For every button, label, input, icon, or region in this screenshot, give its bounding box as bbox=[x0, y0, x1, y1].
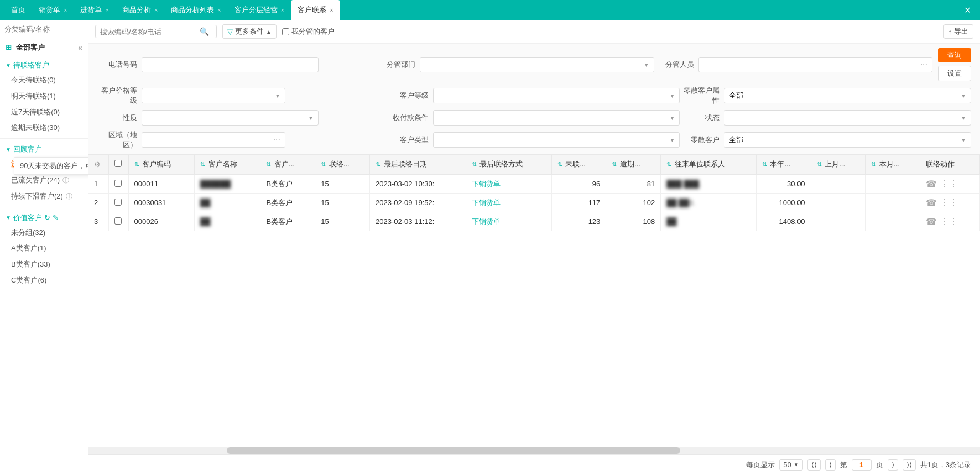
sidebar-search-input[interactable] bbox=[4, 25, 88, 33]
td-this-month-1 bbox=[866, 174, 920, 194]
close-tab-sales[interactable]: × bbox=[64, 7, 67, 13]
tab-customer-contact[interactable]: 客户联系 × bbox=[291, 0, 340, 20]
tab-customer-layer[interactable]: 客户分层经营 × bbox=[228, 0, 291, 20]
sidebar-section-review[interactable]: ▼ 回顾客户 bbox=[0, 141, 88, 156]
dept-select[interactable]: ▼ bbox=[420, 57, 654, 72]
table-row: 3 000026 ██ B类客户 15 2023-02-03 11:12: 下销… bbox=[88, 212, 980, 231]
td-name-2: ██ bbox=[194, 194, 260, 212]
method-link-2[interactable]: 下销货单 bbox=[472, 199, 501, 207]
page-label: 第 bbox=[840, 460, 847, 470]
td-actions-1: ☎ ⋮⋮ bbox=[920, 174, 980, 194]
sidebar-section-value[interactable]: ▼ 价值客户 ↻ ✎ bbox=[0, 210, 88, 225]
sidebar-item-a-class[interactable]: A类客户(1) bbox=[0, 241, 88, 257]
page-input[interactable] bbox=[852, 459, 872, 471]
price-level-select[interactable]: ▼ bbox=[142, 88, 285, 103]
status-select[interactable]: ▼ bbox=[724, 110, 971, 126]
sidebar-item-c-class[interactable]: C类客户(6) bbox=[0, 273, 88, 289]
sidebar-item-today[interactable]: 今天待联络(0) bbox=[0, 72, 88, 88]
method-link-3[interactable]: 下销货单 bbox=[472, 217, 501, 226]
my-customers-checkbox[interactable] bbox=[282, 28, 289, 35]
tab-home[interactable]: 首页 bbox=[4, 0, 32, 20]
phone-input[interactable] bbox=[142, 57, 319, 72]
page-prev-button[interactable]: ⟨ bbox=[825, 459, 836, 471]
page-first-button[interactable]: ⟨⟨ bbox=[807, 459, 821, 471]
th-last-contact-method: 最后联络方式 bbox=[466, 155, 551, 174]
per-page-select[interactable]: 50 ▼ bbox=[779, 459, 802, 471]
scrollbar-thumb[interactable] bbox=[227, 447, 680, 454]
sidebar-item-7days[interactable]: 近7天待联络(0) bbox=[0, 105, 88, 121]
customer-level-select[interactable]: ▼ bbox=[433, 88, 680, 103]
close-tab-analysis-list[interactable]: × bbox=[217, 7, 221, 13]
sidebar-root-item[interactable]: ⊞ 全部客户 « bbox=[0, 38, 88, 57]
sidebar-item-declining[interactable]: 持续下滑客户(2) ⓘ bbox=[0, 189, 88, 205]
td-actions-3: ☎ ⋮⋮ bbox=[920, 212, 980, 231]
payment-select[interactable]: ▼ bbox=[433, 110, 680, 126]
more-actions-icon-3[interactable]: ⋮⋮ bbox=[940, 216, 958, 227]
per-page-label: 每页显示 bbox=[746, 460, 775, 470]
sidebar-section-pending[interactable]: ▼ 待联络客户 bbox=[0, 57, 88, 72]
tab-sales[interactable]: 销货单 × bbox=[32, 0, 74, 20]
staff-select[interactable]: ··· bbox=[698, 57, 932, 72]
more-conditions-caret: ▲ bbox=[266, 29, 272, 35]
query-button[interactable]: 查询 bbox=[938, 48, 971, 62]
nature-select[interactable]: ▼ bbox=[142, 110, 319, 126]
zero-attr-field: 零散客户属性 全部 ▼ bbox=[680, 86, 971, 106]
export-button[interactable]: ↑ 导出 bbox=[943, 24, 974, 39]
window-close-button[interactable]: ✕ bbox=[960, 5, 976, 15]
row-checkbox-1[interactable] bbox=[114, 180, 122, 187]
region-more-dots[interactable]: ··· bbox=[273, 135, 280, 145]
method-link-1[interactable]: 下销货单 bbox=[472, 180, 501, 188]
search-input[interactable] bbox=[100, 28, 200, 36]
td-actions-2: ☎ ⋮⋮ bbox=[920, 194, 980, 212]
td-checkbox-2 bbox=[108, 194, 128, 212]
search-icon[interactable]: 🔍 bbox=[200, 27, 209, 36]
table-settings-icon[interactable]: ⚙ bbox=[94, 160, 101, 169]
close-tab-customer-layer[interactable]: × bbox=[281, 7, 284, 13]
sidebar-item-overdue-contact[interactable]: 逾期未联络(30) bbox=[0, 120, 88, 136]
page-next-button[interactable]: ⟩ bbox=[888, 459, 898, 471]
th-this-month: 本月... bbox=[866, 155, 920, 174]
settings-button[interactable]: 设置 bbox=[938, 66, 971, 81]
region-select[interactable]: ··· bbox=[142, 132, 285, 148]
customer-type-field: 客户类型 ▼ bbox=[389, 132, 680, 148]
zero-attr-select[interactable]: 全部 ▼ bbox=[724, 88, 971, 103]
more-actions-icon-2[interactable]: ⋮⋮ bbox=[940, 197, 958, 208]
customer-type-select[interactable]: ▼ bbox=[433, 132, 680, 148]
sidebar-item-b-class[interactable]: B类客户(33) bbox=[0, 257, 88, 273]
staff-more-dots[interactable]: ··· bbox=[920, 60, 927, 70]
contact-icon-1[interactable]: ☎ bbox=[926, 179, 937, 189]
td-checkbox-3 bbox=[108, 212, 128, 231]
contact-icon-3[interactable]: ☎ bbox=[926, 216, 937, 227]
contact-icon-2[interactable]: ☎ bbox=[926, 197, 937, 208]
content-area: 🔍 ▽ 更多条件 ▲ 我分管的客户 ↑ 导出 电话号码 bbox=[88, 20, 980, 475]
dept-field: 分管部门 ▼ bbox=[376, 57, 654, 72]
close-tab-customer-contact[interactable]: × bbox=[330, 7, 333, 13]
sidebar-item-churned[interactable]: 已流失客户(24) ⓘ bbox=[0, 173, 88, 189]
close-tab-analysis[interactable]: × bbox=[154, 7, 158, 13]
value-section-edit[interactable]: ✎ bbox=[53, 213, 59, 222]
table-row: 1 000011 ██████ B类客户 15 2023-03-02 10:30… bbox=[88, 174, 980, 194]
td-last-method-2: 下销货单 bbox=[466, 194, 551, 212]
th-code: 客户编码 bbox=[128, 155, 194, 174]
tab-purchase[interactable]: 进货单 × bbox=[74, 0, 115, 20]
section-arrow-pending: ▼ bbox=[6, 62, 11, 69]
more-conditions-button[interactable]: ▽ 更多条件 ▲ bbox=[222, 24, 277, 39]
sidebar-item-ungrouped[interactable]: 未分组(32) bbox=[0, 225, 88, 241]
zero-customer-select[interactable]: 全部 ▼ bbox=[724, 132, 971, 148]
value-section-refresh[interactable]: ↻ bbox=[44, 213, 50, 222]
select-all-checkbox[interactable] bbox=[114, 160, 122, 167]
sidebar-collapse-icon[interactable]: « bbox=[78, 43, 82, 52]
row-checkbox-3[interactable] bbox=[114, 217, 122, 225]
more-actions-icon-1[interactable]: ⋮⋮ bbox=[940, 179, 958, 189]
page-last-button[interactable]: ⟩⟩ bbox=[903, 459, 916, 471]
my-customers-checkbox-wrapper[interactable]: 我分管的客户 bbox=[282, 27, 335, 36]
td-type-3: B类客户 bbox=[260, 212, 315, 231]
tab-analysis-list[interactable]: 商品分析列表 × bbox=[164, 0, 227, 20]
close-tab-purchase[interactable]: × bbox=[105, 7, 108, 13]
row-checkbox-2[interactable] bbox=[114, 199, 122, 206]
horizontal-scrollbar[interactable] bbox=[88, 447, 980, 454]
tab-analysis[interactable]: 商品分析 × bbox=[116, 0, 164, 20]
sidebar-item-tomorrow[interactable]: 明天待联络(1) bbox=[0, 88, 88, 105]
sidebar: 🔍 ⊞ 全部客户 « ▼ 待联络客户 今天待联络(0) 明天待联络(1) 近7天… bbox=[0, 20, 88, 475]
grid-icon: ⊞ bbox=[6, 43, 12, 51]
